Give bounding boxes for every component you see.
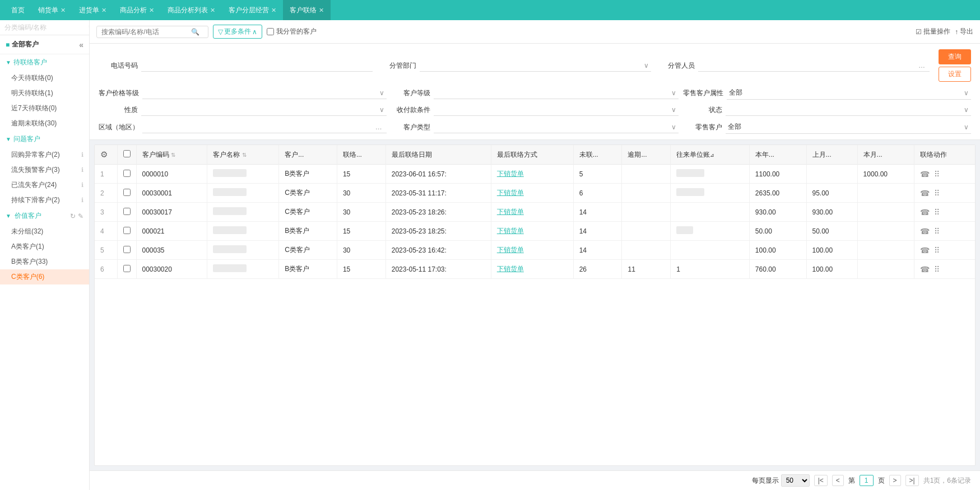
action-phone-icon[interactable]: ☎: [920, 208, 930, 217]
search-button[interactable]: 🔍: [191, 28, 199, 36]
grade-select[interactable]: ∨: [434, 87, 679, 99]
sidebar-item-c-customers[interactable]: C类客户(6): [0, 269, 89, 284]
col-unit-balance-header[interactable]: 往来单位账⊿: [671, 145, 750, 165]
cell-code: 00030001: [136, 184, 207, 203]
last-method-link[interactable]: 下销货单: [497, 208, 524, 216]
manager-dots[interactable]: …: [916, 62, 927, 69]
action-more-icon[interactable]: ⠿: [934, 208, 940, 217]
col-not-contacted-header[interactable]: 未联...: [573, 145, 622, 165]
sidebar-group-value[interactable]: ▼ 价值客户 ↻ ✎: [0, 208, 89, 224]
nature-select[interactable]: ∨: [141, 104, 387, 116]
last-method-link[interactable]: 下销货单: [497, 170, 524, 178]
region-dots[interactable]: …: [373, 123, 384, 131]
price-grade-select[interactable]: ∨: [142, 87, 387, 99]
sidebar-collapse-icon[interactable]: «: [79, 40, 83, 49]
nav-sales[interactable]: 销货单 ✕: [31, 0, 72, 20]
table-settings-icon[interactable]: ⚙: [100, 150, 108, 159]
dept-select[interactable]: ∨: [420, 60, 651, 72]
nav-customer-contact-close[interactable]: ✕: [319, 7, 324, 14]
sidebar-group-pending[interactable]: ▼ 待联络客户: [0, 54, 89, 71]
col-name-header[interactable]: 客户名称 ⇅: [207, 145, 279, 165]
col-last-month-header[interactable]: 上月...: [806, 145, 857, 165]
payment-select[interactable]: ∨: [434, 104, 679, 116]
first-page-btn[interactable]: |<: [814, 475, 828, 486]
sidebar-item-churn-warning[interactable]: 流失预警客户(3) ℹ: [0, 162, 89, 178]
last-method-link[interactable]: 下销货单: [497, 189, 524, 197]
action-phone-icon[interactable]: ☎: [920, 265, 930, 274]
sidebar-item-today[interactable]: 今天待联络(0): [0, 71, 89, 86]
action-more-icon[interactable]: ⠿: [934, 246, 940, 255]
retail-attr-select[interactable]: 全部 ∨: [727, 86, 971, 100]
query-button[interactable]: 查询: [939, 49, 971, 64]
action-phone-icon[interactable]: ☎: [920, 246, 930, 255]
row-checkbox[interactable]: [123, 208, 131, 215]
more-conditions-btn[interactable]: ▽ 更多条件 ∧: [213, 25, 262, 39]
col-last-date-header[interactable]: 最后联络日期: [386, 145, 491, 165]
row-checkbox[interactable]: [123, 246, 131, 253]
manager-select[interactable]: …: [698, 60, 930, 72]
prev-page-btn[interactable]: <: [832, 475, 844, 486]
action-phone-icon[interactable]: ☎: [920, 189, 930, 198]
batch-operation-btn[interactable]: ☑ 批量操作: [916, 27, 950, 36]
nav-purchase[interactable]: 进货单 ✕: [72, 0, 113, 20]
nav-goods-analysis-list-close[interactable]: ✕: [210, 7, 215, 14]
col-category-header[interactable]: 客户...: [279, 145, 337, 165]
sidebar-item-a-customers[interactable]: A类客户(1): [0, 239, 89, 254]
select-all-checkbox[interactable]: [123, 150, 131, 157]
nav-customer-segment-close[interactable]: ✕: [271, 7, 276, 14]
nav-customer-segment[interactable]: 客户分层经营 ✕: [222, 0, 283, 20]
col-contact-header[interactable]: 联络...: [337, 145, 386, 165]
nav-goods-analysis[interactable]: 商品分析 ✕: [113, 0, 161, 20]
sidebar-all-customers[interactable]: ■ 全部客户 «: [0, 35, 89, 54]
last-method-link[interactable]: 下销货单: [497, 265, 524, 273]
col-code-header[interactable]: 客户编码 ⇅: [136, 145, 207, 165]
nav-sales-close[interactable]: ✕: [61, 7, 66, 14]
row-checkbox[interactable]: [123, 265, 131, 272]
sidebar-item-7days[interactable]: 近7天待联络(0): [0, 101, 89, 116]
col-last-method-header[interactable]: 最后联络方式: [491, 145, 573, 165]
last-page-btn[interactable]: >|: [905, 475, 919, 486]
sidebar-item-tomorrow[interactable]: 明天待联络(1): [0, 86, 89, 101]
action-more-icon[interactable]: ⠿: [934, 227, 940, 236]
retail-select[interactable]: 全部 ∨: [726, 120, 971, 134]
sidebar-item-overdue[interactable]: 逾期未联络(30): [0, 116, 89, 131]
action-phone-icon[interactable]: ☎: [920, 227, 930, 236]
row-checkbox[interactable]: [123, 189, 131, 196]
type-select[interactable]: ∨: [434, 122, 679, 133]
search-input[interactable]: [101, 28, 191, 36]
action-more-icon[interactable]: ⠿: [934, 189, 940, 198]
status-select[interactable]: ∨: [726, 104, 971, 116]
action-more-icon[interactable]: ⠿: [934, 170, 940, 179]
row-checkbox[interactable]: [123, 170, 131, 177]
sidebar-item-repurchase-abnormal[interactable]: 回购异常客户(2) ℹ: [0, 147, 89, 162]
row-checkbox[interactable]: [123, 227, 131, 234]
sidebar-group-problem[interactable]: ▼ 问题客户: [0, 131, 89, 147]
content-area: 🔍 ▽ 更多条件 ∧ 我分管的客户 ☑ 批量操作 ↑ 导出: [90, 20, 980, 490]
action-more-icon[interactable]: ⠿: [934, 265, 940, 274]
next-page-btn[interactable]: >: [889, 475, 901, 486]
sidebar-item-ungrouped[interactable]: 未分组(32): [0, 224, 89, 239]
settings-button[interactable]: 设置: [939, 67, 971, 82]
sidebar-item-declining[interactable]: 持续下滑客户(2) ℹ: [0, 193, 89, 208]
export-btn[interactable]: ↑ 导出: [955, 27, 973, 36]
nav-goods-analysis-close[interactable]: ✕: [149, 7, 154, 14]
sidebar-search-input[interactable]: [4, 24, 89, 31]
col-this-year-header[interactable]: 本年...: [749, 145, 806, 165]
sidebar-item-churned[interactable]: 已流失客户(24) ℹ: [0, 178, 89, 193]
my-customers-checkbox[interactable]: [267, 28, 274, 35]
col-this-month-header[interactable]: 本月...: [857, 145, 914, 165]
phone-input[interactable]: [141, 60, 373, 72]
page-size-select[interactable]: 50 100 200: [781, 474, 810, 487]
nav-goods-analysis-list[interactable]: 商品分析列表 ✕: [161, 0, 222, 20]
last-method-link[interactable]: 下销货单: [497, 227, 524, 235]
region-select[interactable]: …: [142, 122, 387, 133]
nav-home[interactable]: 首页: [4, 0, 31, 20]
nav-purchase-close[interactable]: ✕: [101, 7, 106, 14]
last-method-link[interactable]: 下销货单: [497, 246, 524, 254]
col-overdue-header[interactable]: 逾期...: [622, 145, 671, 165]
sidebar-item-b-customers[interactable]: B类客户(33): [0, 254, 89, 269]
action-phone-icon[interactable]: ☎: [920, 170, 930, 179]
nav-customer-contact[interactable]: 客户联络 ✕: [283, 0, 331, 20]
edit-icon[interactable]: ✎: [78, 212, 83, 220]
refresh-icon[interactable]: ↻: [70, 212, 76, 220]
